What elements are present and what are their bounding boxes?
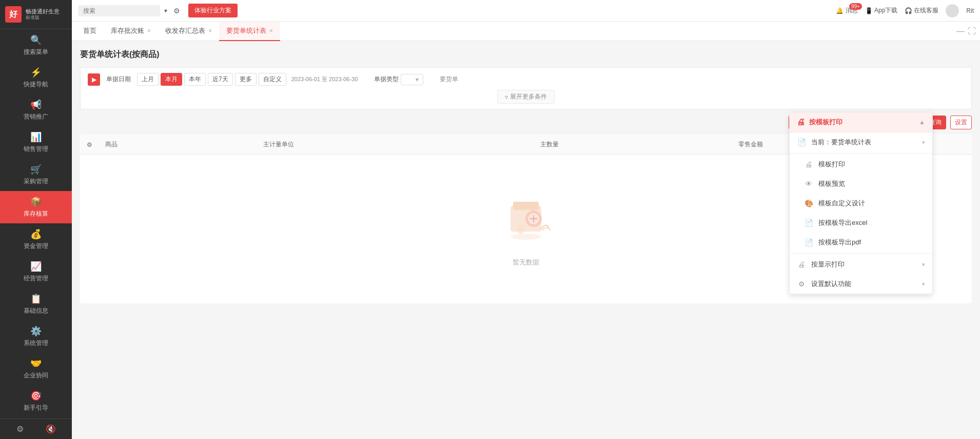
type-filter-select[interactable]: ▾ bbox=[401, 74, 423, 85]
gear-icon: ⚙️ bbox=[30, 326, 42, 337]
app-download-button[interactable]: 📱 App下载 bbox=[865, 6, 897, 15]
print-header-icon: 🖨 bbox=[797, 118, 805, 127]
tab-receipt[interactable]: 收发存汇总表 × bbox=[158, 22, 219, 41]
dropdown-header[interactable]: 🖨 按模板打印 ▲ bbox=[790, 112, 932, 132]
topbar-dropdown-arrow[interactable]: ▾ bbox=[164, 7, 167, 14]
tab-maximize-button[interactable]: ⛶ bbox=[968, 27, 976, 36]
target-icon: 🎯 bbox=[30, 390, 42, 402]
sidebar-item-purchase[interactable]: 🛒 采购管理 bbox=[0, 159, 72, 191]
dropdown-template-preview[interactable]: 👁 模板预览 bbox=[790, 174, 932, 194]
date-btn-last-month[interactable]: 上月 bbox=[137, 73, 159, 86]
sidebar-item-collab[interactable]: 🤝 企业协同 bbox=[0, 353, 72, 385]
template-preview-label: 模板预览 bbox=[818, 179, 845, 188]
date-btn-7days[interactable]: 近7天 bbox=[208, 73, 233, 86]
logo-icon: 好 bbox=[5, 6, 22, 23]
app-label: App下载 bbox=[874, 6, 897, 15]
date-btn-this-month[interactable]: 本月 bbox=[161, 73, 182, 86]
cart-icon: 🛒 bbox=[30, 164, 42, 175]
dropdown-current-template[interactable]: 📄 当前：要货单统计表 ▾ bbox=[790, 132, 932, 152]
tab-order-stat-close[interactable]: × bbox=[269, 27, 273, 34]
dropdown-set-default[interactable]: ⚙ 设置默认功能 ▾ bbox=[790, 274, 932, 294]
tab-receipt-close[interactable]: × bbox=[208, 27, 212, 34]
yaohuodan-filter: 要货单 bbox=[440, 75, 458, 84]
message-button[interactable]: 🔔 消息 99+ bbox=[836, 6, 858, 15]
display-print-icon: 🖨 bbox=[797, 260, 806, 269]
svg-point-0 bbox=[511, 234, 541, 240]
dropdown-template-pdf[interactable]: 📄 按模板导出pdf bbox=[790, 233, 932, 252]
tab-batch-close[interactable]: × bbox=[147, 27, 151, 34]
sidebar-nav: 🔍 搜索菜单 ⚡ 快捷导航 📢 营销推广 📊 销售管理 🛒 采购管理 📦 库存核… bbox=[0, 29, 72, 418]
th-gear: ⚙ bbox=[81, 135, 99, 155]
pdf-icon: 📄 bbox=[804, 238, 813, 246]
trial-button[interactable]: 体验行业方案 bbox=[188, 4, 238, 17]
date-btn-this-year[interactable]: 本年 bbox=[184, 73, 206, 86]
sidebar-item-label: 搜索菜单 bbox=[24, 48, 48, 56]
yaohuodan-label: 要货单 bbox=[440, 75, 458, 84]
tab-minimize-button[interactable]: — bbox=[956, 27, 965, 36]
dropdown-divider-2 bbox=[790, 253, 932, 254]
gear-icon[interactable]: ⚙ bbox=[87, 141, 92, 148]
dropdown-template-excel[interactable]: 📄 按模板导出excel bbox=[790, 213, 932, 233]
app-badge: 标准版 bbox=[26, 15, 60, 21]
dropdown-collapse-icon[interactable]: ▲ bbox=[919, 119, 925, 126]
filter-expand-icon[interactable]: ▶ bbox=[88, 73, 100, 86]
type-filter: 单据类型 ▾ bbox=[374, 74, 423, 85]
type-filter-label: 单据类型 bbox=[374, 75, 399, 84]
headset-icon: 🎧 bbox=[905, 7, 912, 14]
date-btn-more[interactable]: 更多 bbox=[235, 73, 257, 86]
sidebar-bottom: ⚙ 🔇 bbox=[0, 418, 72, 439]
sidebar-item-search[interactable]: 🔍 搜索菜单 bbox=[0, 29, 72, 62]
handshake-icon: 🤝 bbox=[30, 358, 42, 369]
topbar-search-input[interactable] bbox=[78, 5, 160, 16]
dropdown-display-print[interactable]: 🖨 按显示打印 ▾ bbox=[790, 255, 932, 274]
topbar: ▾ ⚙ 体验行业方案 🔔 消息 99+ 📱 App下载 🎧 在线客服 Rit bbox=[72, 0, 980, 22]
mute-button[interactable]: 🔇 bbox=[46, 424, 56, 434]
tabbar: 首页 库存批次账 × 收发存汇总表 × 要货单统计表 × — ⛶ bbox=[72, 22, 980, 41]
th-unit: 主计量单位 bbox=[257, 135, 534, 155]
sidebar-item-operations[interactable]: 📈 经营管理 bbox=[0, 256, 72, 288]
megaphone-icon: 📢 bbox=[30, 99, 42, 110]
sidebar-item-label: 营销推广 bbox=[24, 112, 48, 121]
sidebar-item-finance[interactable]: 💰 资金管理 bbox=[0, 223, 72, 256]
sidebar-item-sales[interactable]: 📊 销售管理 bbox=[0, 126, 72, 159]
service-label: 在线客服 bbox=[914, 6, 938, 15]
tab-order-stat[interactable]: 要货单统计表 × bbox=[219, 22, 280, 41]
page-content: 要货单统计表(按商品) ▶ 单据日期 上月 本月 本年 近7天 更多 自定义 2… bbox=[72, 41, 980, 439]
settings-button[interactable]: ⚙ bbox=[16, 424, 24, 434]
sidebar-item-label: 采购管理 bbox=[24, 177, 48, 186]
username-label[interactable]: Rit bbox=[966, 7, 974, 14]
empty-text: 暂无数据 bbox=[513, 258, 539, 267]
tab-batch-label: 库存批次账 bbox=[111, 26, 144, 35]
filter-bar: ▶ 单据日期 上月 本月 本年 近7天 更多 自定义 2023-06-01 至 … bbox=[80, 67, 972, 109]
sidebar-item-shortcut[interactable]: ⚡ 快捷导航 bbox=[0, 62, 72, 94]
box-icon: 📦 bbox=[30, 196, 42, 207]
sidebar-item-inventory[interactable]: 📦 库存核算 bbox=[0, 191, 72, 223]
current-template-arrow: ▾ bbox=[922, 139, 925, 146]
dropdown-divider-1 bbox=[790, 153, 932, 154]
date-filter-options: 上月 本月 本年 近7天 更多 自定义 2023-06-01 至 2023-06… bbox=[137, 73, 358, 86]
date-btn-custom[interactable]: 自定义 bbox=[259, 73, 286, 86]
sidebar-item-label: 新手引导 bbox=[24, 404, 48, 412]
tab-receipt-label: 收发存汇总表 bbox=[165, 26, 205, 35]
sidebar-item-marketing[interactable]: 📢 营销推广 bbox=[0, 94, 72, 126]
tab-home[interactable]: 首页 bbox=[76, 22, 104, 41]
sidebar-item-guide[interactable]: 🎯 新手引导 bbox=[0, 385, 72, 417]
design-icon: 🎨 bbox=[804, 199, 813, 207]
sidebar-item-basic[interactable]: 📋 基础信息 bbox=[0, 288, 72, 320]
tab-order-stat-label: 要货单统计表 bbox=[226, 26, 266, 35]
empty-illustration bbox=[500, 190, 552, 252]
expand-more-button[interactable]: ▿ 展开更多条件 bbox=[497, 90, 555, 104]
download-icon: 📱 bbox=[865, 7, 873, 14]
avatar[interactable] bbox=[946, 4, 959, 17]
settings-button[interactable]: 设置 bbox=[950, 116, 972, 129]
sidebar: 好 畅捷通好生意 标准版 🔍 搜索菜单 ⚡ 快捷导航 📢 营销推广 📊 销售管理… bbox=[0, 0, 72, 439]
dropdown-template-print[interactable]: 🖨 模板打印 bbox=[790, 155, 932, 174]
sidebar-item-label: 经营管理 bbox=[24, 274, 48, 283]
app-name: 畅捷通好生意 bbox=[26, 8, 60, 15]
topbar-gear-icon[interactable]: ⚙ bbox=[173, 7, 180, 15]
sidebar-item-system[interactable]: ⚙️ 系统管理 bbox=[0, 320, 72, 353]
online-service-button[interactable]: 🎧 在线客服 bbox=[905, 6, 938, 15]
dropdown-template-design[interactable]: 🎨 模板自定义设计 bbox=[790, 194, 932, 213]
tab-batch[interactable]: 库存批次账 × bbox=[104, 22, 158, 41]
template-icon: 📄 bbox=[797, 138, 806, 146]
